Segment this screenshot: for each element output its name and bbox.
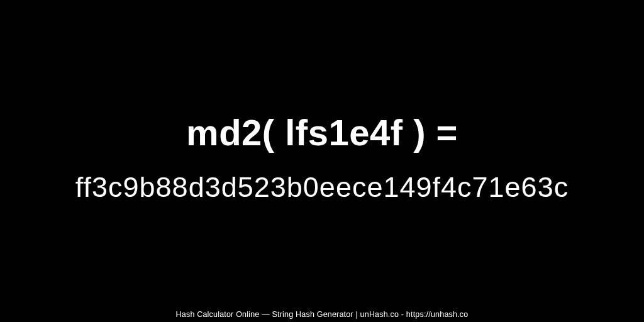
- main-content: md2( lfs1e4f ) = ff3c9b88d3d523b0eece149…: [0, 0, 644, 318]
- footer-text: Hash Calculator Online — String Hash Gen…: [176, 310, 469, 319]
- hash-expression: md2( lfs1e4f ) =: [186, 111, 458, 153]
- hash-result: ff3c9b88d3d523b0eece149f4c71e63c: [75, 171, 569, 204]
- footer-bar: Hash Calculator Online — String Hash Gen…: [0, 307, 644, 322]
